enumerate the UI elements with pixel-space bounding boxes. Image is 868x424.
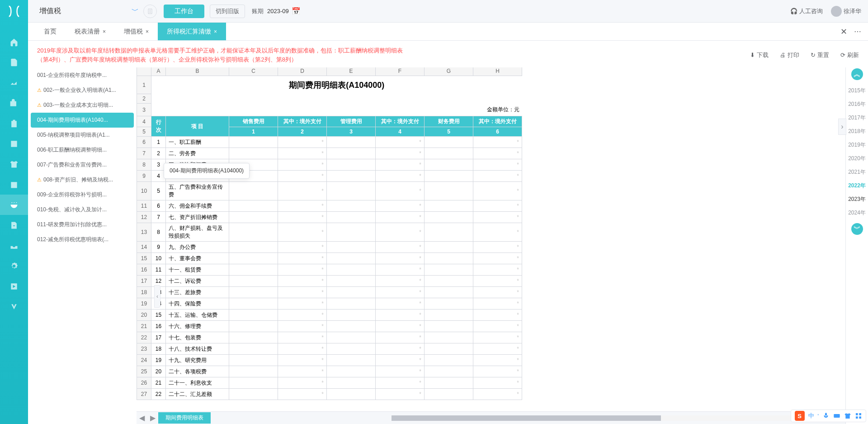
- nav-bag-icon[interactable]: [0, 93, 28, 113]
- data-cell[interactable]: *: [376, 137, 425, 148]
- item-cell[interactable]: 十五、运输、仓储费: [166, 310, 229, 321]
- item-cell[interactable]: 十三、差旅费: [166, 287, 229, 298]
- row-header[interactable]: 15: [137, 253, 151, 264]
- data-cell[interactable]: [425, 182, 473, 200]
- row-num-cell[interactable]: 15: [151, 310, 166, 321]
- data-cell[interactable]: [327, 148, 376, 159]
- data-cell[interactable]: [229, 253, 278, 264]
- nav-shirt-icon[interactable]: [0, 154, 28, 174]
- data-cell[interactable]: [327, 389, 376, 400]
- item-cell[interactable]: 二、劳务费: [166, 148, 229, 159]
- form-list-item[interactable]: 010-免税、减计收入及加计...: [28, 202, 137, 217]
- row-num-cell[interactable]: 22: [151, 389, 166, 400]
- data-cell[interactable]: *: [473, 223, 522, 242]
- item-cell[interactable]: 十、董事会费: [166, 253, 229, 264]
- item-cell[interactable]: 一、职工薪酬: [166, 137, 229, 148]
- data-cell[interactable]: [229, 212, 278, 223]
- row-header[interactable]: 22: [137, 332, 151, 343]
- year-up-icon[interactable]: ︽: [851, 68, 863, 80]
- form-list-item[interactable]: 011-研发费用加计扣除优惠...: [28, 217, 137, 232]
- data-cell[interactable]: *: [278, 171, 327, 182]
- year-button[interactable]: 2019年: [848, 138, 866, 152]
- row-num-cell[interactable]: 19: [151, 355, 166, 366]
- row-header[interactable]: 23: [137, 343, 151, 355]
- nav-calendar-icon[interactable]: [0, 174, 28, 195]
- data-cell[interactable]: [229, 298, 278, 310]
- tab[interactable]: 税表清册×: [66, 23, 115, 40]
- data-cell[interactable]: [327, 223, 376, 242]
- item-cell[interactable]: 十九、研究费用: [166, 355, 229, 366]
- row-header[interactable]: 20: [137, 310, 151, 321]
- data-cell[interactable]: [327, 242, 376, 253]
- data-cell[interactable]: *: [376, 264, 425, 276]
- data-cell[interactable]: [229, 389, 278, 400]
- year-down-icon[interactable]: ︾: [851, 223, 863, 235]
- row-num-cell[interactable]: 20: [151, 366, 166, 377]
- data-cell[interactable]: *: [473, 332, 522, 343]
- item-cell[interactable]: 九、办公费: [166, 242, 229, 253]
- nav-export-icon[interactable]: [0, 215, 28, 235]
- row-num-cell[interactable]: 16: [151, 321, 166, 332]
- data-cell[interactable]: [327, 276, 376, 287]
- row-header[interactable]: 27: [137, 389, 151, 400]
- row-header[interactable]: 21: [137, 321, 151, 332]
- data-cell[interactable]: *: [473, 159, 522, 171]
- row-header[interactable]: 10: [137, 182, 151, 200]
- data-cell[interactable]: *: [376, 332, 425, 343]
- data-cell[interactable]: *: [376, 159, 425, 171]
- row-num-cell[interactable]: 1: [151, 137, 166, 148]
- row-num-cell[interactable]: 7: [151, 212, 166, 223]
- data-cell[interactable]: [327, 377, 376, 389]
- refresh-button[interactable]: ⟳刷新: [840, 46, 859, 64]
- data-cell[interactable]: [425, 366, 473, 377]
- ime-punct-icon[interactable]: ': [818, 413, 819, 419]
- data-cell[interactable]: *: [376, 182, 425, 200]
- data-cell[interactable]: *: [376, 321, 425, 332]
- reset-button[interactable]: ↻重置: [811, 46, 829, 64]
- nav-home-icon[interactable]: [0, 32, 28, 52]
- data-cell[interactable]: *: [376, 298, 425, 310]
- form-list-item[interactable]: ⚠003-一般企业成本支出明细...: [28, 98, 137, 113]
- item-cell[interactable]: 十二、诉讼费: [166, 276, 229, 287]
- data-cell[interactable]: *: [473, 355, 522, 366]
- collapse-handle[interactable]: ‹: [154, 285, 160, 308]
- row-header[interactable]: 25: [137, 366, 151, 377]
- item-cell[interactable]: 十四、保险费: [166, 298, 229, 310]
- row-num-cell[interactable]: 8: [151, 223, 166, 242]
- year-button[interactable]: 2024年: [848, 206, 866, 219]
- data-cell[interactable]: [229, 366, 278, 377]
- row-num-cell[interactable]: 2: [151, 148, 166, 159]
- user-menu[interactable]: 徐泽华: [831, 6, 861, 17]
- data-cell[interactable]: *: [473, 366, 522, 377]
- data-cell[interactable]: *: [376, 389, 425, 400]
- expand-right-handle[interactable]: ›: [838, 119, 846, 135]
- data-cell[interactable]: [229, 287, 278, 298]
- form-list-item[interactable]: 012-减免所得税优惠明细表(...: [28, 232, 137, 247]
- data-cell[interactable]: *: [278, 242, 327, 253]
- row-num-cell[interactable]: 17: [151, 332, 166, 343]
- row-num-cell[interactable]: 21: [151, 377, 166, 389]
- row-header[interactable]: 9: [137, 171, 151, 182]
- row-header[interactable]: 12: [137, 212, 151, 223]
- row-num-cell[interactable]: 6: [151, 200, 166, 212]
- row-header[interactable]: 8: [137, 159, 151, 171]
- nav-bowl-icon[interactable]: [0, 195, 28, 215]
- data-cell[interactable]: [425, 223, 473, 242]
- data-cell[interactable]: [425, 253, 473, 264]
- horizontal-scrollbar[interactable]: [392, 415, 841, 421]
- data-cell[interactable]: [229, 343, 278, 355]
- data-cell[interactable]: *: [376, 276, 425, 287]
- ime-skin-icon[interactable]: [844, 412, 851, 419]
- nav-clipboard-icon[interactable]: [0, 113, 28, 133]
- item-cell[interactable]: 六、佣金和手续费: [166, 200, 229, 212]
- close-icon[interactable]: ×: [146, 29, 149, 35]
- form-list-item[interactable]: 005-纳税调整项目明细表(A1...: [28, 128, 137, 143]
- data-cell[interactable]: [327, 159, 376, 171]
- ime-lang[interactable]: 中: [808, 412, 814, 420]
- close-all-icon[interactable]: ✕: [840, 27, 847, 37]
- data-cell[interactable]: [327, 253, 376, 264]
- row-header[interactable]: 4: [137, 116, 151, 127]
- switch-old-button[interactable]: 切到旧版: [210, 5, 245, 18]
- nav-chart-icon[interactable]: [0, 72, 28, 93]
- data-cell[interactable]: [327, 298, 376, 310]
